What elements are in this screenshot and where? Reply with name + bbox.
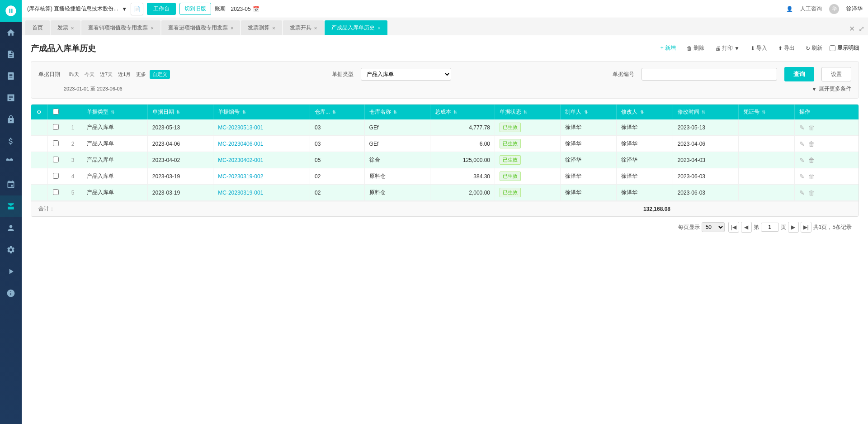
workbench-button[interactable]: 工作台 <box>147 3 176 15</box>
tab-purchase-vat[interactable]: 查看进项增值税专用发票 × <box>161 20 240 35</box>
tab-invoice-calc[interactable]: 发票测算 × <box>241 20 282 35</box>
row-checkbox-3[interactable] <box>53 173 59 179</box>
sidebar-item-asset[interactable] <box>0 152 22 174</box>
close-all-button[interactable]: ✕ <box>849 24 855 33</box>
company-name[interactable]: (库存核算) 直播轻捷通信息技术股份... <box>27 5 118 13</box>
th-date[interactable]: 单据日期 ⇅ <box>147 105 213 119</box>
date-more-btn[interactable]: 更多 <box>134 70 148 79</box>
date-today-btn[interactable]: 今天 <box>83 70 96 79</box>
edit-action-4[interactable]: ✎ <box>799 189 805 196</box>
tab-invoice-open-close[interactable]: × <box>314 25 317 31</box>
date-1month-btn[interactable]: 近1月 <box>116 70 132 79</box>
show-detail-checkbox-label[interactable]: 显示明细 <box>830 44 859 52</box>
sidebar-item-book[interactable] <box>0 65 22 87</box>
th-status[interactable]: 单据状态 ⇅ <box>495 105 560 119</box>
import-button[interactable]: ⬇ 导入 <box>747 43 771 54</box>
delete-button[interactable]: 🗑 删除 <box>683 43 708 54</box>
next-page-button[interactable]: ▶ <box>788 222 799 233</box>
date-7days-btn[interactable]: 近7天 <box>98 70 114 79</box>
tab-invoice[interactable]: 发票 × <box>51 20 80 35</box>
delete-action-0[interactable]: 🗑 <box>808 124 815 131</box>
edit-action-1[interactable]: ✎ <box>799 140 805 148</box>
support-label[interactable]: 人工咨询 <box>800 5 822 13</box>
th-settings[interactable]: ⚙ <box>31 105 47 119</box>
tab-expand-button[interactable]: ⤢ <box>859 24 864 33</box>
th-creator[interactable]: 制单人 ⇅ <box>561 105 617 119</box>
th-voucher[interactable]: 凭证号 ⇅ <box>739 105 795 119</box>
code-link-0[interactable]: MC-20230513-001 <box>218 124 263 131</box>
row-checkbox-1[interactable] <box>53 140 59 146</box>
td-code-0[interactable]: MC-20230513-001 <box>213 119 310 136</box>
sidebar-item-chart[interactable] <box>0 87 22 109</box>
delete-action-1[interactable]: 🗑 <box>808 140 815 148</box>
user-name[interactable]: 徐泽华 <box>846 5 863 13</box>
td-check-4[interactable] <box>47 185 64 201</box>
th-code[interactable]: 单据编号 ⇅ <box>213 105 310 119</box>
td-check-3[interactable] <box>47 168 64 185</box>
doc-icon[interactable]: 📄 <box>131 3 143 15</box>
edit-action-0[interactable]: ✎ <box>799 124 805 131</box>
tab-product-history-close[interactable]: × <box>377 25 380 31</box>
sidebar-item-tax[interactable] <box>0 130 22 152</box>
last-page-button[interactable]: ▶| <box>801 222 811 233</box>
th-type[interactable]: 单据类型 ⇅ <box>82 105 147 119</box>
setting-button[interactable]: 设置 <box>821 67 851 81</box>
row-checkbox-2[interactable] <box>53 157 59 162</box>
td-check-0[interactable] <box>47 119 64 136</box>
date-yesterday-btn[interactable]: 昨天 <box>67 70 81 79</box>
query-button[interactable]: 查询 <box>784 67 814 81</box>
sidebar-item-home[interactable] <box>0 22 22 43</box>
tab-purchase-vat-close[interactable]: × <box>231 25 233 31</box>
print-button[interactable]: 🖨 打印 ▼ <box>712 43 743 54</box>
delete-action-3[interactable]: 🗑 <box>808 173 815 180</box>
show-detail-checkbox[interactable] <box>830 45 835 51</box>
th-total-cost[interactable]: 总成本 ⇅ <box>430 105 495 119</box>
tab-sales-vat-close[interactable]: × <box>151 25 153 31</box>
tab-invoice-close[interactable]: × <box>71 25 74 31</box>
tab-sales-vat[interactable]: 查看销项增值税专用发票 × <box>81 20 160 35</box>
type-select[interactable]: 产品入库单 <box>361 68 451 81</box>
code-link-3[interactable]: MC-20230319-002 <box>218 173 263 180</box>
sidebar-item-lock[interactable] <box>0 109 22 130</box>
th-modifier[interactable]: 修改人 ⇅ <box>617 105 673 119</box>
sidebar-item-file[interactable] <box>0 43 22 65</box>
td-code-1[interactable]: MC-20230406-001 <box>213 136 310 152</box>
sidebar-item-flow[interactable] <box>0 174 22 195</box>
td-code-3[interactable]: MC-20230319-002 <box>213 168 310 185</box>
first-page-button[interactable]: |◀ <box>728 222 739 233</box>
tab-invoice-calc-close[interactable]: × <box>272 25 275 31</box>
new-button[interactable]: + 新增 <box>657 43 679 54</box>
per-page-select[interactable]: 50 20 100 <box>702 222 725 232</box>
delete-action-2[interactable]: 🗑 <box>808 157 815 164</box>
number-input[interactable] <box>642 68 777 81</box>
tab-invoice-open[interactable]: 发票开具 × <box>283 20 324 35</box>
edit-action-3[interactable]: ✎ <box>799 173 805 180</box>
edit-action-2[interactable]: ✎ <box>799 157 805 164</box>
td-check-1[interactable] <box>47 136 64 152</box>
sidebar-item-inventory[interactable] <box>0 195 22 217</box>
expand-conditions-btn[interactable]: ▼ 展开更多条件 <box>811 85 851 93</box>
sidebar-item-play[interactable] <box>0 261 22 282</box>
tab-product-history[interactable]: 产成品入库单历史 × <box>325 20 387 35</box>
td-code-2[interactable]: MC-20230402-001 <box>213 152 310 168</box>
select-all-checkbox[interactable] <box>53 109 59 114</box>
sidebar-item-settings[interactable] <box>0 239 22 261</box>
period-switch-button[interactable]: 切到旧版 <box>179 3 211 15</box>
code-link-1[interactable]: MC-20230406-001 <box>218 141 263 147</box>
row-checkbox-0[interactable] <box>53 124 59 130</box>
td-check-2[interactable] <box>47 152 64 168</box>
period-calendar-icon[interactable]: 📅 <box>253 6 259 12</box>
code-link-4[interactable]: MC-20230319-001 <box>218 190 263 196</box>
row-checkbox-4[interactable] <box>53 189 59 195</box>
th-warehouse-name[interactable]: 仓库名称 ⇅ <box>364 105 430 119</box>
prev-page-button[interactable]: ◀ <box>741 222 752 233</box>
sidebar-item-person[interactable] <box>0 217 22 239</box>
th-warehouse-code[interactable]: 仓库... ⇅ <box>310 105 364 119</box>
refresh-button[interactable]: ↻ 刷新 <box>802 43 826 54</box>
tab-home[interactable]: 首页 <box>25 20 50 35</box>
date-custom-btn[interactable]: 自定义 <box>150 70 170 79</box>
export-button[interactable]: ⬆ 导出 <box>774 43 798 54</box>
page-number-input[interactable] <box>761 223 779 232</box>
delete-action-4[interactable]: 🗑 <box>808 189 815 196</box>
td-code-4[interactable]: MC-20230319-001 <box>213 185 310 201</box>
